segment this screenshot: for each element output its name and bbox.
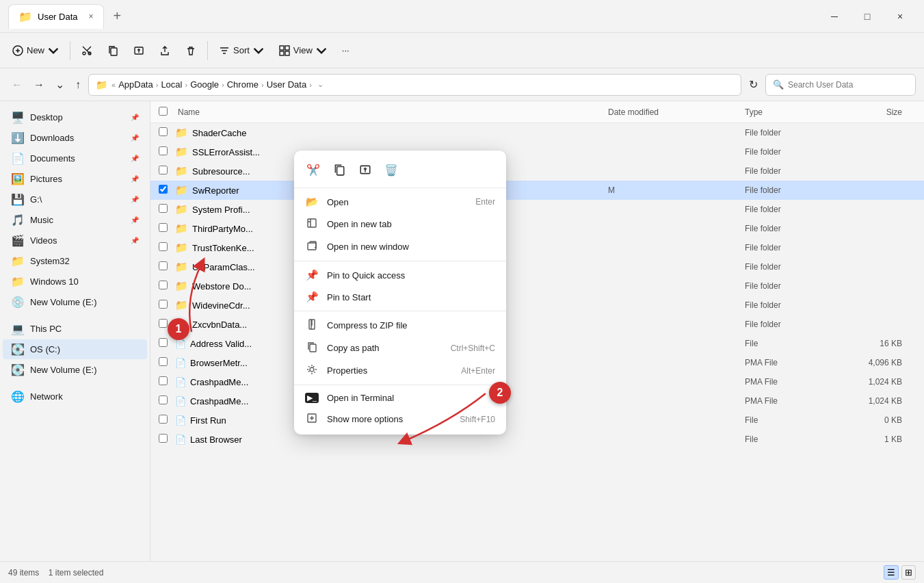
grid-view-button[interactable]: ⊞ [901,565,916,580]
sidebar-item-documents[interactable]: 📄 Documents 📌 [3,148,147,168]
minimize-button[interactable]: ─ [819,5,850,27]
table-row[interactable]: 📁 ShaderCache File folder [150,123,924,142]
cm-compress-zip[interactable]: Compress to ZIP file [294,314,506,337]
recent-button[interactable]: ⌄ [52,75,68,94]
bc-userdata[interactable]: User Data [267,79,307,90]
table-row[interactable]: 📁 TrustTokenKe... File folder [150,238,924,257]
row-checkbox[interactable] [159,357,172,368]
windows10-icon: 📁 [11,275,25,288]
sidebar-item-windows10[interactable]: 📁 Windows 10 [3,272,147,292]
cm-open-new-window[interactable]: Open in new window [294,235,506,258]
sidebar-item-osc[interactable]: 💽 OS (C:) [3,339,147,359]
row-checkbox[interactable] [159,376,172,387]
table-row[interactable]: 📁 ZxcvbnData... File folder [150,315,924,334]
bc-chrome[interactable]: Chrome [227,79,259,90]
sidebar-item-videos[interactable]: 🎬 Videos 📌 [3,231,147,250]
list-view-button[interactable]: ☰ [884,565,899,580]
row-checkbox[interactable] [159,300,172,311]
share-button[interactable] [153,38,177,63]
sidebar-item-desktop[interactable]: 🖥️ Desktop 📌 [3,107,147,127]
bc-appdata[interactable]: AppData [118,79,153,90]
up-button[interactable]: ↑ [72,75,84,94]
maximize-button[interactable]: □ [852,5,883,27]
cm-open-new-tab[interactable]: Open in new tab [294,213,506,235]
col-header-modified[interactable]: Date modified [608,107,745,117]
row-checkbox[interactable] [159,127,172,138]
sidebar-item-network[interactable]: 🌐 Network [3,387,147,406]
cm-pin-start[interactable]: 📌 Pin to Start [294,286,506,308]
select-all-checkbox[interactable] [159,107,168,116]
col-header-name[interactable]: Name [178,107,608,117]
row-checkbox[interactable] [159,204,172,215]
row-checkbox[interactable] [159,146,172,157]
sidebar-item-thispc[interactable]: 💻 This PC [3,319,147,339]
cm-cut-button[interactable]: ✂️ [301,157,326,182]
row-checkbox[interactable] [159,434,172,445]
sidebar-item-pictures[interactable]: 🖼️ Pictures 📌 [3,169,147,189]
sidebar-item-system32[interactable]: 📁 System32 [3,251,147,271]
new-button[interactable]: New [5,38,66,63]
row-checkbox[interactable] [159,166,172,177]
sidebar-item-music[interactable]: 🎵 Music 📌 [3,210,147,230]
col-header-type[interactable]: Type [745,107,847,117]
sidebar-item-downloads[interactable]: ⬇️ Downloads 📌 [3,128,147,148]
cm-pin-quick[interactable]: 📌 Pin to Quick access [294,264,506,286]
refresh-button[interactable]: ↻ [745,75,761,94]
table-row[interactable]: 📁 SwReporter M File folder [150,181,924,200]
cut-button[interactable] [75,38,99,63]
copy-button[interactable] [101,38,125,63]
cm-show-more[interactable]: Show more options Shift+F10 [294,408,506,430]
row-checkbox[interactable] [159,338,172,349]
table-row[interactable]: 📄 CrashpadMe... PMA File 1,024 KB [150,391,924,411]
table-row[interactable]: 📁 Webstore Do... File folder [150,276,924,296]
view-button[interactable]: View [272,38,334,63]
cm-open-terminal[interactable]: ▶_ Open in Terminal [294,388,506,408]
table-row[interactable]: 📄 Last Browser File 1 KB [150,430,924,449]
breadcrumb-dropdown-icon[interactable]: ⌄ [317,80,324,89]
bc-google[interactable]: Google [190,79,219,90]
rename-button[interactable] [127,38,151,63]
cm-open[interactable]: 📂 Open Enter [294,191,506,213]
table-row[interactable]: 📁 System Profi... File folder [150,200,924,219]
cm-properties[interactable]: Properties Alt+Enter [294,359,506,382]
row-checkbox[interactable] [159,242,172,253]
cm-copy-button[interactable] [327,157,352,182]
table-row[interactable]: 📄 Address Valid... File 16 KB [150,334,924,353]
more-button[interactable]: ··· [335,38,356,63]
table-row[interactable]: 📁 ThirdPartyMo... File folder [150,219,924,238]
tab-close-button[interactable]: × [89,12,94,21]
col-header-size[interactable]: Size [847,107,916,117]
sidebar-item-newvolume-e[interactable]: 💽 New Volume (E:) [3,360,147,380]
file-type: File folder [745,166,847,176]
table-row[interactable]: 📄 BrowserMetr... PMA File 4,096 KB [150,353,924,372]
row-checkbox[interactable] [159,415,172,426]
back-button[interactable]: ← [8,75,26,94]
table-row[interactable]: 📄 CrashpadMe... PMA File 1,024 KB [150,372,924,391]
table-row[interactable]: 📁 WidevineCdr... File folder [150,296,924,315]
table-row[interactable]: 📄 First Run File 0 KB [150,411,924,430]
close-button[interactable]: × [884,5,916,27]
table-row[interactable]: 📁 Subresource... File folder [150,161,924,181]
search-input[interactable] [788,80,908,90]
header-checkbox[interactable] [159,107,175,118]
cm-rename-button[interactable] [353,157,378,182]
delete-button[interactable] [179,38,203,63]
sidebar-item-g[interactable]: 💾 G:\ 📌 [3,190,147,209]
new-tab-button[interactable]: + [108,5,127,27]
row-checkbox[interactable] [159,281,172,292]
sort-button[interactable]: Sort [212,38,271,63]
row-checkbox[interactable] [159,185,172,196]
sidebar-item-newvolume-quick[interactable]: 💿 New Volume (E:) [3,292,147,312]
bc-local[interactable]: Local [161,79,182,90]
row-checkbox[interactable] [159,261,172,272]
table-row[interactable]: 📁 SSLErrorAssist... File folder [150,142,924,161]
row-checkbox[interactable] [159,223,172,234]
cm-delete-button[interactable]: 🗑️ [379,157,404,182]
breadcrumb[interactable]: 📁 « AppData › Local › Google › Chrome › … [88,74,741,96]
row-checkbox[interactable] [159,396,172,406]
table-row[interactable]: 📁 UrlParamClas... File folder [150,257,924,276]
active-tab[interactable]: 📁 User Data × [8,4,104,29]
forward-button[interactable]: → [30,75,48,94]
svg-rect-7 [337,167,344,175]
cm-copy-path[interactable]: Copy as path Ctrl+Shift+C [294,337,506,359]
